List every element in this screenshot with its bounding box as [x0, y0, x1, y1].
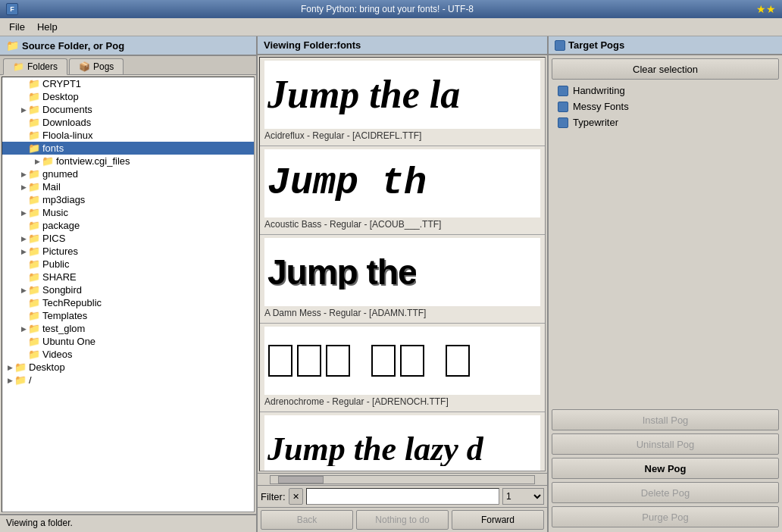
clear-selection-button[interactable]: Clear selection — [552, 58, 779, 80]
left-panel-header: 📁 Source Folder, or Pog — [0, 36, 256, 56]
pog-icon — [558, 117, 568, 128]
font-item-adrenochrome[interactable]: Adrenochrome - Regular - [ADRENOCH.TTF] — [260, 324, 545, 412]
tree-item-fontview[interactable]: ▶📁fontview.cgi_files — [2, 155, 254, 167]
app-icon: F — [6, 3, 18, 15]
folder-pog-icon: 📁 — [6, 39, 19, 52]
tree-item-label: Mail — [42, 181, 61, 192]
tree-item-music[interactable]: ▶📁Music — [2, 206, 254, 219]
tab-pogs[interactable]: 📦 Pogs — [69, 58, 124, 74]
font-preview-acidreflux: Jump the la — [264, 61, 540, 129]
tree-item-label: fontview.cgi_files — [56, 155, 130, 167]
menu-file[interactable]: File — [3, 20, 31, 34]
tree-item-ubuntu-one[interactable]: 📁Ubuntu One — [2, 335, 254, 348]
folder-icon: 📁 — [28, 142, 40, 154]
font-preview-adrenochrome — [264, 327, 540, 395]
pog-label: Handwriting — [573, 85, 625, 96]
tree-item-crypt1[interactable]: 📁CRYPT1 — [2, 77, 254, 90]
tree-item-desktop2[interactable]: ▶📁Desktop — [2, 361, 254, 374]
filter-input[interactable] — [306, 488, 500, 505]
tree-item-label: TechRepublic — [42, 297, 102, 308]
folder-icon: 📁 — [28, 117, 40, 128]
tree-item-mail[interactable]: ▶📁Mail — [2, 180, 254, 193]
horizontal-scrollbar[interactable] — [258, 473, 547, 485]
font-item-adventure[interactable]: Jump the lazy dAdventure - Regular - [AD… — [260, 412, 545, 471]
font-item-a-damn-mess[interactable]: Jump theA Damn Mess - Regular - [ADAMN.T… — [260, 235, 545, 324]
tree-arrow: ▶ — [19, 248, 28, 255]
folder-icon: 📁 — [28, 310, 40, 321]
filter-clear-button[interactable]: ✕ — [289, 488, 303, 505]
pog-icon — [558, 102, 568, 112]
folder-tree[interactable]: 📁CRYPT1📁Desktop▶📁Documents📁Downloads📁Flo… — [2, 77, 255, 512]
tree-item-gnumed[interactable]: ▶📁gnumed — [2, 167, 254, 180]
pog-item-0[interactable]: Handwriting — [549, 83, 782, 99]
tree-item-templates[interactable]: 📁Templates — [2, 309, 254, 322]
tab-folders[interactable]: 📁 Folders — [3, 58, 67, 75]
font-label-adrenochrome: Adrenochrome - Regular - [ADRENOCH.TTF] — [264, 395, 540, 408]
delete-pog-button[interactable]: Delete Pog — [552, 482, 779, 503]
tree-arrow: ▶ — [19, 235, 28, 243]
tree-item-downloads[interactable]: 📁Downloads — [2, 116, 254, 129]
tree-arrow: ▶ — [19, 209, 28, 217]
tree-item-label: Floola-linux — [42, 130, 92, 141]
tree-item-package[interactable]: 📁package — [2, 219, 254, 232]
nothing-button: Nothing to do — [356, 510, 449, 530]
tree-item-floola-linux[interactable]: 📁Floola-linux — [2, 129, 254, 142]
new-pog-button[interactable]: New Pog — [552, 458, 779, 479]
tree-item-songbird[interactable]: ▶📁Songbird — [2, 283, 254, 296]
tree-item-label: fonts — [42, 142, 64, 154]
folder-icon: 📁 — [28, 336, 40, 347]
tree-arrow: ▶ — [19, 106, 28, 114]
uninstall-pog-button[interactable]: Uninstall Pog — [552, 433, 779, 455]
folder-icon: 📁 — [28, 323, 40, 334]
menu-help[interactable]: Help — [31, 20, 64, 34]
center-panel: Viewing Folder:fonts Jump the laAcidrefl… — [258, 36, 547, 532]
font-item-acoustic-bass[interactable]: Jump thAcoustic Bass - Regular - [ACOUB_… — [260, 146, 545, 235]
tree-item-label: mp3diags — [42, 194, 85, 205]
folder-icon: 📁 — [14, 361, 27, 373]
tree-item-pictures[interactable]: ▶📁Pictures — [2, 245, 254, 258]
tree-arrow: ▶ — [5, 377, 14, 384]
tree-item-videos[interactable]: 📁Videos — [2, 348, 254, 361]
pog-item-2[interactable]: Typewriter — [549, 114, 782, 130]
left-panel-title: Source Folder, or Pog — [22, 40, 124, 52]
tree-item-label: Templates — [42, 310, 87, 321]
purge-pog-button[interactable]: Purge Pog — [552, 506, 779, 527]
font-item-acidreflux[interactable]: Jump the laAcidreflux - Regular - [ACIDR… — [260, 58, 545, 146]
tree-arrow: ▶ — [19, 171, 28, 178]
tree-item-label: Documents — [42, 104, 92, 115]
tree-item-label: Music — [42, 207, 68, 218]
tree-item-public[interactable]: 📁Public — [2, 258, 254, 271]
folder-icon: 📁 — [28, 181, 40, 192]
folder-icon: 📁 — [28, 246, 40, 257]
tree-item-fonts[interactable]: 📁fonts — [2, 142, 254, 155]
filter-bar: Filter: ✕ 1 2 3 4 5 — [258, 485, 547, 507]
font-size-select[interactable]: 1 2 3 4 5 — [502, 488, 544, 505]
tree-item-techrepublic[interactable]: 📁TechRepublic — [2, 296, 254, 309]
tree-item-documents[interactable]: ▶📁Documents — [2, 103, 254, 116]
statusbar: Viewing a folder. — [0, 514, 256, 532]
folder-icon: 📁 — [28, 130, 40, 141]
tree-item-mp3diags[interactable]: 📁mp3diags — [2, 193, 254, 206]
right-panel: Target Pogs Clear selection HandwritingM… — [547, 36, 782, 532]
folder-icon: 📁 — [28, 207, 40, 218]
tree-item-root[interactable]: ▶📁/ — [2, 374, 254, 386]
font-list[interactable]: Jump the laAcidreflux - Regular - [ACIDR… — [259, 57, 546, 471]
forward-button[interactable]: Forward — [452, 510, 544, 530]
install-pog-button[interactable]: Install Pog — [552, 409, 779, 430]
back-button[interactable]: Back — [261, 510, 353, 530]
tree-item-label: test_glom — [42, 323, 85, 334]
pog-icon — [558, 86, 568, 96]
folder-icon: 📁 — [28, 91, 40, 102]
tree-item-label: Videos — [42, 349, 73, 360]
pog-item-1[interactable]: Messy Fonts — [549, 99, 782, 114]
tree-item-pics[interactable]: ▶📁PICS — [2, 232, 254, 245]
tab-bar: 📁 Folders 📦 Pogs — [0, 56, 256, 75]
tree-item-desktop[interactable]: 📁Desktop — [2, 90, 254, 103]
tree-item-test_glom[interactable]: ▶📁test_glom — [2, 322, 254, 335]
tree-item-label: Pictures — [42, 246, 78, 257]
tree-item-label: / — [29, 374, 32, 386]
folder-icon: 📁 — [28, 104, 40, 115]
pog-list: HandwritingMessy FontsTypewriter — [549, 83, 782, 130]
tree-item-share[interactable]: 📁SHARE — [2, 271, 254, 283]
right-panel-title: Target Pogs — [568, 39, 624, 51]
